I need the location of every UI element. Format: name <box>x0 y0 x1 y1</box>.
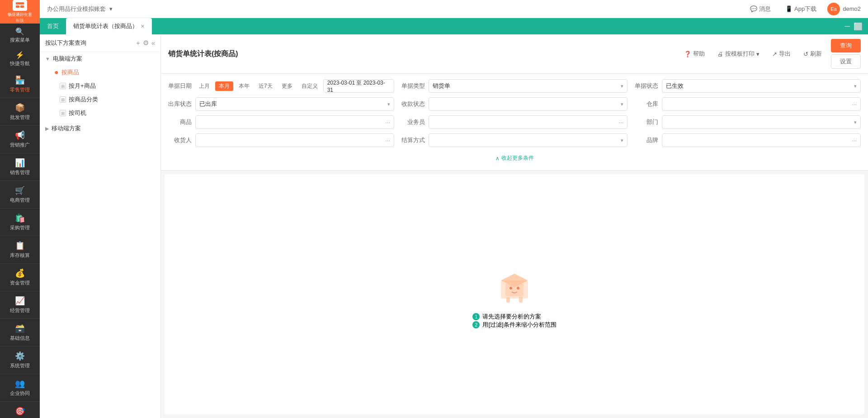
sidebar-item-system[interactable]: ⚙️ 系统管理 <box>0 347 40 374</box>
out-status-value: 已出库 <box>199 100 217 108</box>
query-button[interactable]: 查询 <box>831 39 861 52</box>
filter-doc-status: 单据状态 已生效 ▾ <box>635 79 861 93</box>
doc-type-arrow: ▾ <box>621 83 623 89</box>
sidebar-item-marketing[interactable]: 📢 营销推广 <box>0 126 40 153</box>
date-tab-custom[interactable]: 自定义 <box>298 81 321 91</box>
refresh-btn[interactable]: ↺ 刷新 <box>800 48 826 60</box>
industry-selector[interactable]: 办公用品行业模拟账套 ▾ <box>47 5 113 13</box>
doc-status-input[interactable]: 已生效 ▾ <box>662 79 861 93</box>
sidebar-item-ecommerce[interactable]: 🛒 电商管理 <box>0 181 40 209</box>
payment-status-input[interactable]: ▾ <box>429 97 627 111</box>
settings-scheme-icon[interactable]: ⚙ <box>143 39 149 47</box>
app-download-btn[interactable]: 📱 App下载 <box>782 3 820 15</box>
primary-actions: 查询 设置 <box>831 39 861 69</box>
sidebar-item-finance[interactable]: 💰 资金管理 <box>0 264 40 291</box>
receiver-input[interactable]: ··· <box>195 133 394 147</box>
tab-home[interactable]: 首页 <box>40 18 66 34</box>
tree-node-by-month-goods[interactable]: ⊞ 按月+商品 <box>40 79 160 93</box>
finance-icon: 💰 <box>15 268 25 278</box>
svg-rect-2 <box>20 5 24 8</box>
tree-node-by-cashier[interactable]: ⊞ 按司机 <box>40 106 160 120</box>
out-status-label: 出库状态 <box>168 100 195 108</box>
minimize-icon[interactable]: ─ <box>845 22 850 31</box>
collapse-panel-icon[interactable]: « <box>151 39 155 47</box>
sidebar-item-sales[interactable]: 📊 销售管理 <box>0 153 40 181</box>
date-tab-last-month[interactable]: 上月 <box>195 81 213 91</box>
collapse-btn[interactable]: ∧ 收起更多条件 <box>168 152 861 165</box>
date-tab-7days[interactable]: 近7天 <box>255 81 276 91</box>
user-profile[interactable]: Ea demo2 <box>827 3 861 15</box>
empty-steps: 1 请先选择要分析的方案 2 用[过滤]条件来缩小分析范围 <box>472 313 556 329</box>
tree-node-by-goods[interactable]: ● 按商品 <box>40 66 160 79</box>
dept-input[interactable]: ▾ <box>662 115 861 129</box>
date-tab-this-month[interactable]: 本月 <box>215 81 233 91</box>
filter-dept: 部门 ▾ <box>635 115 861 129</box>
finance-label: 资金管理 <box>10 280 30 286</box>
sidebar-item-inventory[interactable]: 📋 库存核算 <box>0 236 40 264</box>
sidebar-item-basic[interactable]: 🗃️ 基础信息 <box>0 319 40 347</box>
tab-sales-stats[interactable]: 销货单统计表（按商品） ✕ <box>66 18 152 34</box>
dept-arrow: ▾ <box>854 119 857 125</box>
date-label: 单据日期 <box>168 82 195 90</box>
warehouse-input[interactable]: ··· <box>662 97 861 111</box>
print-btn[interactable]: 🖨 按模板打印 ▾ <box>714 48 763 60</box>
date-tab-this-year[interactable]: 本年 <box>235 81 253 91</box>
help-label: 帮助 <box>693 50 705 58</box>
sidebar-item-guide[interactable]: 🎯 新手引导 <box>0 402 40 418</box>
industry-name: 办公用品行业模拟账套 <box>47 5 106 13</box>
sidebar-item-wholesale[interactable]: 📦 批发管理 <box>0 98 40 126</box>
empty-illustration <box>492 260 537 305</box>
by-month-goods-label: 按月+商品 <box>69 82 96 90</box>
doc-type-input[interactable]: 销货单 ▾ <box>429 79 627 93</box>
purchase-icon: 🛍️ <box>15 213 25 223</box>
svg-point-6 <box>509 287 512 290</box>
sidebar-item-corp[interactable]: 👥 企业协同 <box>0 374 40 402</box>
sidebar-item-operations[interactable]: 📈 经营管理 <box>0 291 40 319</box>
corp-label: 企业协同 <box>10 390 30 397</box>
purchase-label: 采购管理 <box>10 224 30 231</box>
salesman-input[interactable]: ··· <box>429 115 627 129</box>
ecommerce-label: 电商管理 <box>10 197 30 204</box>
filter-row-4: 收货人 ··· 结算方式 ▾ <box>168 133 861 147</box>
collapse-label: 收起更多条件 <box>501 154 534 162</box>
date-range-input[interactable]: 2023-03-01 至 2023-03-31 <box>323 79 394 93</box>
out-status-arrow: ▾ <box>387 101 390 107</box>
tab-bar: 首页 销货单统计表（按商品） ✕ ─ ⬜ <box>40 18 868 34</box>
tree-node-desktop[interactable]: ▼ 电脑端方案 <box>40 52 160 66</box>
export-label: 导出 <box>779 50 791 58</box>
left-panel-header: 按以下方案查询 + ⚙ « <box>40 34 160 52</box>
refresh-label: 刷新 <box>810 50 822 58</box>
filter-brand: 品牌 ··· <box>635 133 861 147</box>
close-tab-icon[interactable]: ✕ <box>141 24 145 29</box>
tree-node-by-category[interactable]: ⊞ 按商品分类 <box>40 93 160 106</box>
salesman-label: 业务员 <box>401 118 429 126</box>
maximize-icon[interactable]: ⬜ <box>854 22 863 31</box>
print-icon: 🖨 <box>717 51 723 57</box>
tree-node-mobile[interactable]: ▶ 移动端方案 <box>40 122 160 135</box>
export-btn[interactable]: ↗ 导出 <box>769 48 794 60</box>
filter-payment-method: 结算方式 ▾ <box>401 133 627 147</box>
setting-button[interactable]: 设置 <box>831 54 861 69</box>
add-scheme-icon[interactable]: + <box>136 39 140 47</box>
help-btn[interactable]: ❓ 帮助 <box>680 48 708 60</box>
message-btn[interactable]: 💬 消息 <box>746 3 774 15</box>
out-status-input[interactable]: 已出库 ▾ <box>195 97 394 111</box>
goods-input[interactable]: ··· <box>195 115 394 129</box>
sidebar-item-purchase[interactable]: 🛍️ 采购管理 <box>0 209 40 236</box>
by-goods-label: 按商品 <box>61 68 79 76</box>
sidebar-item-retail[interactable]: 🏪 零售管理 <box>0 71 40 98</box>
sidebar-search[interactable]: 🔍 搜索菜单 <box>0 24 40 47</box>
warehouse-label: 仓库 <box>635 100 662 108</box>
date-tab-more[interactable]: 更多 <box>278 81 296 91</box>
filter-warehouse: 仓库 ··· <box>635 97 861 111</box>
filter-goods: 商品 ··· <box>168 115 394 129</box>
export-icon: ↗ <box>772 51 777 57</box>
payment-method-input[interactable]: ▾ <box>429 133 627 147</box>
payment-method-arrow: ▾ <box>621 138 623 143</box>
salesman-dots: ··· <box>618 119 623 126</box>
brand-input[interactable]: ··· <box>662 133 861 147</box>
empty-step-1: 1 请先选择要分析的方案 <box>472 313 556 321</box>
filter-receiver: 收货人 ··· <box>168 133 394 147</box>
sidebar-quicknav[interactable]: ⚡ 快捷导航 <box>0 47 40 71</box>
app-logo[interactable]: 畅捷通好生意 标版 <box>0 0 40 24</box>
